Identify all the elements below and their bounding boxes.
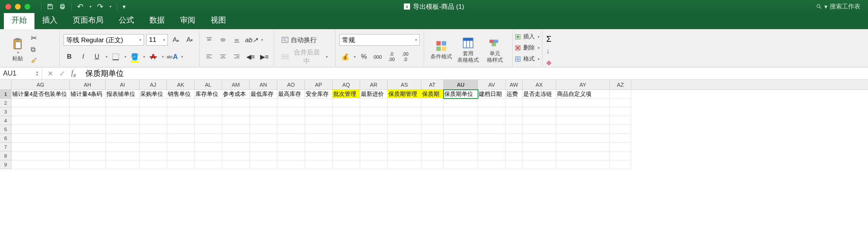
- cell-AW7[interactable]: [506, 143, 522, 151]
- cell-AK6[interactable]: [167, 134, 195, 143]
- cell-AM2[interactable]: [222, 99, 250, 107]
- currency-button[interactable]: 💰: [339, 51, 351, 63]
- save-icon[interactable]: [47, 3, 54, 10]
- cell-AQ7[interactable]: [332, 143, 360, 151]
- cell-AR1[interactable]: 最新进价: [360, 90, 388, 99]
- bold-button[interactable]: B: [64, 51, 75, 63]
- cell-AY1[interactable]: 商品自定义项: [556, 90, 610, 99]
- cell-AJ9[interactable]: [139, 160, 167, 169]
- cell-AX6[interactable]: [522, 134, 556, 143]
- align-top-button[interactable]: [203, 34, 215, 46]
- cell-style-button[interactable]: 单元 格样式: [481, 31, 508, 66]
- cell-AQ8[interactable]: [332, 151, 360, 160]
- cell-AW5[interactable]: [506, 125, 522, 134]
- insert-cells-button[interactable]: 插入▾: [515, 32, 540, 41]
- cell-AX5[interactable]: [522, 125, 556, 134]
- cell-AG5[interactable]: [11, 125, 70, 134]
- orientation-button[interactable]: ab↗: [245, 34, 258, 46]
- row-header-7[interactable]: 7: [0, 143, 11, 151]
- cell-AH2[interactable]: [70, 99, 106, 107]
- cell-AG9[interactable]: [11, 160, 70, 169]
- row-header-6[interactable]: 6: [0, 134, 11, 143]
- cell-AI4[interactable]: [106, 116, 139, 125]
- cell-AL4[interactable]: [195, 116, 222, 125]
- cell-AP3[interactable]: [305, 107, 332, 116]
- row-header-9[interactable]: 9: [0, 160, 11, 169]
- cell-AN1[interactable]: 最低库存: [250, 90, 277, 99]
- font-color-button[interactable]: A: [147, 51, 159, 63]
- cell-AR2[interactable]: [360, 99, 388, 107]
- column-header-AY[interactable]: AY: [556, 80, 610, 89]
- cell-AV8[interactable]: [478, 151, 506, 160]
- tab-formulas[interactable]: 公式: [111, 12, 142, 29]
- print-icon[interactable]: [59, 3, 66, 10]
- cell-AO3[interactable]: [277, 107, 305, 116]
- merge-center-button[interactable]: 合并后居中▾: [278, 51, 331, 63]
- cell-AR5[interactable]: [360, 125, 388, 134]
- cell-AR6[interactable]: [360, 134, 388, 143]
- cell-AG2[interactable]: [11, 99, 70, 107]
- column-header-AT[interactable]: AT: [421, 80, 444, 89]
- phonetic-button[interactable]: abcA: [166, 51, 178, 63]
- cell-AJ7[interactable]: [139, 143, 167, 151]
- fill-color-button[interactable]: 🪣: [129, 51, 140, 63]
- number-format-selector[interactable]: 常规▾: [339, 34, 420, 46]
- tab-page-layout[interactable]: 页面布局: [65, 12, 111, 29]
- cell-AH6[interactable]: [70, 134, 106, 143]
- cell-AU7[interactable]: [444, 143, 478, 151]
- cell-AQ9[interactable]: [332, 160, 360, 169]
- align-middle-button[interactable]: [217, 34, 229, 46]
- cell-AH4[interactable]: [70, 116, 106, 125]
- cell-AR7[interactable]: [360, 143, 388, 151]
- cell-AT4[interactable]: [421, 116, 444, 125]
- cell-AY7[interactable]: [556, 143, 610, 151]
- cell-AG7[interactable]: [11, 143, 70, 151]
- cell-AL6[interactable]: [195, 134, 222, 143]
- cell-AZ3[interactable]: [610, 107, 631, 116]
- cell-AO2[interactable]: [277, 99, 305, 107]
- cell-AV4[interactable]: [478, 116, 506, 125]
- cell-AQ3[interactable]: [332, 107, 360, 116]
- undo-icon[interactable]: ↶: [77, 2, 84, 11]
- align-bottom-button[interactable]: [231, 34, 242, 46]
- cell-AK5[interactable]: [167, 125, 195, 134]
- cell-AI8[interactable]: [106, 151, 139, 160]
- cell-AJ5[interactable]: [139, 125, 167, 134]
- cell-AO9[interactable]: [277, 160, 305, 169]
- cell-AL9[interactable]: [195, 160, 222, 169]
- cell-AI1[interactable]: 报表辅单位: [106, 90, 139, 99]
- cell-AY4[interactable]: [556, 116, 610, 125]
- delete-cells-button[interactable]: 删除▾: [515, 43, 540, 52]
- cell-AT9[interactable]: [421, 160, 444, 169]
- underline-button[interactable]: U: [91, 51, 103, 63]
- font-selector[interactable]: 等线 Regular (正文)▾: [64, 34, 144, 46]
- cell-AJ2[interactable]: [139, 99, 167, 107]
- cell-AU2[interactable]: [444, 99, 478, 107]
- cell-AW4[interactable]: [506, 116, 522, 125]
- cell-AL3[interactable]: [195, 107, 222, 116]
- cell-AP6[interactable]: [305, 134, 332, 143]
- cell-AI5[interactable]: [106, 125, 139, 134]
- cell-AG6[interactable]: [11, 134, 70, 143]
- column-header-AU[interactable]: AU: [444, 80, 478, 89]
- cell-AJ3[interactable]: [139, 107, 167, 116]
- cell-AK1[interactable]: 销售单位: [167, 90, 195, 99]
- cell-AK3[interactable]: [167, 107, 195, 116]
- cell-AY5[interactable]: [556, 125, 610, 134]
- cell-AO4[interactable]: [277, 116, 305, 125]
- cell-AY3[interactable]: [556, 107, 610, 116]
- cell-AO6[interactable]: [277, 134, 305, 143]
- cell-AH7[interactable]: [70, 143, 106, 151]
- cell-AK9[interactable]: [167, 160, 195, 169]
- cell-AS2[interactable]: [388, 99, 421, 107]
- cell-AQ4[interactable]: [332, 116, 360, 125]
- cell-AL1[interactable]: 库存单位: [195, 90, 222, 99]
- cell-AP7[interactable]: [305, 143, 332, 151]
- cell-AS8[interactable]: [388, 151, 421, 160]
- cell-AJ8[interactable]: [139, 151, 167, 160]
- cell-AL7[interactable]: [195, 143, 222, 151]
- cell-AR3[interactable]: [360, 107, 388, 116]
- cell-AT6[interactable]: [421, 134, 444, 143]
- cell-AV6[interactable]: [478, 134, 506, 143]
- clear-icon[interactable]: ◆: [546, 58, 552, 67]
